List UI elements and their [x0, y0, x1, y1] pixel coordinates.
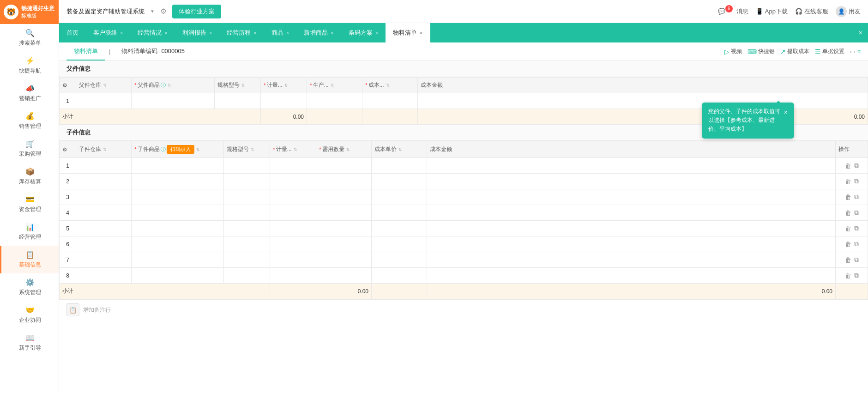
- add-row-button[interactable]: 📋: [66, 303, 79, 316]
- child-row-8-qty[interactable]: [316, 268, 372, 284]
- child-row-8-amount[interactable]: [427, 268, 836, 284]
- sidebar-item-marketing[interactable]: 📣 营销推广: [0, 79, 59, 107]
- child-row-1-amount[interactable]: [427, 158, 836, 174]
- single-setting-button[interactable]: ☰ 单据设置: [815, 48, 844, 55]
- copy-row-6-icon[interactable]: ⧉: [854, 240, 859, 248]
- child-row-6-unit-cost[interactable]: [372, 236, 427, 252]
- delete-row-4-icon[interactable]: 🗑: [845, 209, 851, 217]
- child-row-1-unit[interactable]: [270, 158, 316, 174]
- message-item[interactable]: 💬 6 消息: [718, 7, 748, 16]
- child-row-5-spec[interactable]: [224, 221, 270, 236]
- child-row-6-amount[interactable]: [427, 236, 836, 252]
- child-row-7-warehouse[interactable]: [76, 252, 132, 268]
- sub-tab-bom-list[interactable]: 物料清单: [66, 42, 105, 60]
- nav-tab-bom[interactable]: 物料清单 ×: [386, 23, 430, 42]
- child-row-1-warehouse[interactable]: [76, 158, 132, 174]
- view-button[interactable]: ▷ 视频: [724, 48, 742, 55]
- system-dropdown-arrow[interactable]: ▼: [150, 9, 155, 14]
- child-row-3-amount[interactable]: [427, 189, 836, 205]
- close-operations-tab[interactable]: ×: [164, 30, 167, 36]
- child-row-3-goods[interactable]: [132, 189, 224, 205]
- nav-tab-operations[interactable]: 经营情况 ×: [130, 23, 175, 42]
- child-row-2-qty[interactable]: [316, 174, 372, 189]
- child-row-6-spec[interactable]: [224, 236, 270, 252]
- child-row-3-warehouse[interactable]: [76, 189, 132, 205]
- child-row-5-qty[interactable]: [316, 221, 372, 236]
- sidebar-item-quicknav[interactable]: ⚡ 快捷导航: [0, 52, 59, 79]
- delete-row-7-icon[interactable]: 🗑: [845, 256, 851, 264]
- tooltip-close-button[interactable]: ×: [784, 107, 788, 117]
- child-row-3-qty[interactable]: [316, 189, 372, 205]
- child-row-2-warehouse[interactable]: [76, 174, 132, 189]
- grid-view-btn[interactable]: ≡: [857, 48, 861, 55]
- child-row-6-goods[interactable]: [132, 236, 224, 252]
- nav-tab-home[interactable]: 首页: [59, 23, 86, 42]
- close-bom-tab[interactable]: ×: [420, 30, 422, 36]
- parent-row-1-production[interactable]: [307, 93, 362, 109]
- child-row-3-unit-cost[interactable]: [372, 189, 427, 205]
- close-barcode-tab[interactable]: ×: [375, 30, 378, 36]
- sidebar-item-guide[interactable]: 📖 新手引导: [0, 329, 59, 357]
- child-row-4-spec[interactable]: [224, 205, 270, 221]
- delete-row-5-icon[interactable]: 🗑: [845, 225, 851, 232]
- trial-button[interactable]: 体验行业方案: [172, 5, 221, 18]
- close-goods-tab[interactable]: ×: [286, 30, 289, 36]
- child-row-2-spec[interactable]: [224, 174, 270, 189]
- copy-row-1-icon[interactable]: ⧉: [854, 162, 859, 169]
- close-customer-tab[interactable]: ×: [120, 30, 123, 36]
- child-row-6-unit[interactable]: [270, 236, 316, 252]
- child-row-3-unit[interactable]: [270, 189, 316, 205]
- child-row-7-goods[interactable]: [132, 252, 224, 268]
- sidebar-item-system[interactable]: ⚙️ 系统管理: [0, 273, 59, 301]
- copy-row-3-icon[interactable]: ⧉: [854, 193, 859, 201]
- app-download-item[interactable]: 📱 App下载: [756, 7, 788, 16]
- nav-tab-barcode[interactable]: 条码方案 ×: [341, 23, 386, 42]
- online-service-item[interactable]: 🎧 在线客服: [795, 7, 828, 16]
- close-profit-tab[interactable]: ×: [209, 30, 212, 36]
- sidebar-item-search[interactable]: 🔍 搜索菜单: [0, 24, 59, 52]
- sidebar-item-collab[interactable]: 🤝 企业协同: [0, 301, 59, 329]
- user-item[interactable]: 👤 用友: [836, 6, 861, 17]
- global-close-button[interactable]: ×: [853, 29, 868, 36]
- delete-row-8-icon[interactable]: 🗑: [845, 272, 851, 279]
- scan-button[interactable]: 扫码录入: [167, 145, 194, 154]
- child-row-5-unit[interactable]: [270, 221, 316, 236]
- sidebar-item-inventory[interactable]: 📦 库存核算: [0, 163, 59, 190]
- child-row-2-unit[interactable]: [270, 174, 316, 189]
- child-row-7-amount[interactable]: [427, 252, 836, 268]
- child-row-8-goods[interactable]: [132, 268, 224, 284]
- next-page-btn[interactable]: ›: [854, 48, 856, 55]
- delete-row-3-icon[interactable]: 🗑: [845, 193, 851, 201]
- child-row-1-goods[interactable]: [132, 158, 224, 174]
- child-row-2-amount[interactable]: [427, 174, 836, 189]
- extract-cost-button[interactable]: ↗ 提取成本: [780, 48, 809, 55]
- parent-row-1-warehouse[interactable]: [76, 93, 132, 109]
- sidebar-item-purchase[interactable]: 🛒 采购管理: [0, 135, 59, 163]
- child-row-4-unit-cost[interactable]: [372, 205, 427, 221]
- nav-tab-customer[interactable]: 客户联络 ×: [86, 23, 130, 42]
- child-row-5-warehouse[interactable]: [76, 221, 132, 236]
- copy-row-2-icon[interactable]: ⧉: [854, 177, 859, 185]
- child-row-7-spec[interactable]: [224, 252, 270, 268]
- delete-row-2-icon[interactable]: 🗑: [845, 178, 851, 185]
- child-row-4-amount[interactable]: [427, 205, 836, 221]
- nav-tab-history[interactable]: 经营历程 ×: [219, 23, 264, 42]
- close-history-tab[interactable]: ×: [253, 30, 256, 36]
- close-new-goods-tab[interactable]: ×: [331, 30, 333, 36]
- copy-row-8-icon[interactable]: ⧉: [854, 272, 859, 279]
- settings-icon[interactable]: ⚙: [160, 7, 167, 16]
- child-row-5-unit-cost[interactable]: [372, 221, 427, 236]
- sidebar-item-sales[interactable]: 💰 销售管理: [0, 107, 59, 135]
- copy-row-5-icon[interactable]: ⧉: [854, 224, 859, 232]
- copy-row-4-icon[interactable]: ⧉: [854, 209, 859, 217]
- nav-tab-goods[interactable]: 商品 ×: [264, 23, 296, 42]
- sidebar-item-basic-info[interactable]: 📋 基础信息: [0, 246, 59, 273]
- child-row-8-warehouse[interactable]: [76, 268, 132, 284]
- copy-row-7-icon[interactable]: ⧉: [854, 256, 859, 264]
- child-row-1-spec[interactable]: [224, 158, 270, 174]
- parent-row-1-amount[interactable]: [418, 93, 868, 109]
- child-row-4-warehouse[interactable]: [76, 205, 132, 221]
- child-row-7-unit-cost[interactable]: [372, 252, 427, 268]
- child-row-1-qty[interactable]: [316, 158, 372, 174]
- nav-tab-profit[interactable]: 利润报告 ×: [175, 23, 219, 42]
